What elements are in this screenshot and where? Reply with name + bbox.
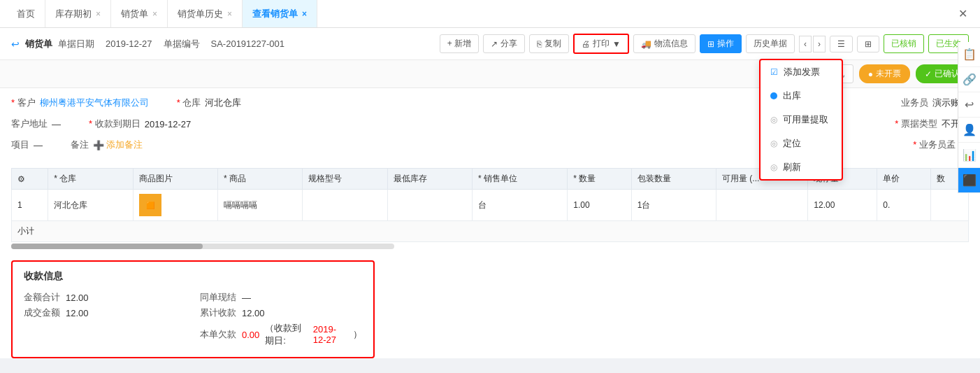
- tab-inventory-close[interactable]: ×: [96, 9, 101, 19]
- dropdown-locate-label: 定位: [783, 137, 801, 150]
- tab-home[interactable]: 首页: [7, 0, 45, 27]
- gear-icon: ⚙: [17, 174, 25, 184]
- add-button[interactable]: + 新增: [440, 34, 479, 53]
- tab-view-sales[interactable]: 查看销货单 ×: [243, 0, 317, 27]
- col-sales-unit: * 销售单位: [472, 169, 567, 190]
- doc-date-value: 2019-12-27: [106, 38, 152, 49]
- cell-available: [716, 190, 808, 221]
- window-close-button[interactable]: ✕: [953, 7, 973, 20]
- print-button[interactable]: 🖨 打印 ▼: [573, 34, 629, 54]
- salesperson-label: 业务员: [901, 97, 928, 109]
- dropdown-refresh-label: 刷新: [783, 161, 801, 174]
- tab-sales-close[interactable]: ×: [152, 9, 157, 19]
- refresh-icon: ◎: [770, 162, 777, 172]
- cell-product-img: 🟧: [133, 190, 217, 221]
- next-button[interactable]: ›: [813, 36, 826, 52]
- sidebar-icon-1[interactable]: 📋: [958, 42, 981, 67]
- table-row: 1 河北仓库 🟧 嗝嗝嗝嗝 台 1.00 1台 12.00 0.: [12, 190, 969, 221]
- view-toggle-grid[interactable]: ⊞: [857, 36, 879, 52]
- doc-date-label: 单据日期: [58, 38, 94, 50]
- customer-label: 客户: [11, 97, 36, 109]
- info-right: 同单现结 — 累计收款 12.00 本单欠款 0.00 （收款到期日: 2019…: [200, 290, 362, 349]
- scrollbar-thumb: [11, 244, 203, 249]
- doc-type-label: 销货单: [25, 38, 52, 50]
- transaction-amount-label: 成交金额: [24, 307, 60, 319]
- payable-note: （收款到期日:: [265, 322, 307, 347]
- payment-info-title: 收款信息: [24, 270, 362, 283]
- circle-icon: ◎: [770, 115, 777, 125]
- same-order-settle-row: 同单现结 —: [200, 290, 362, 305]
- address-label: 客户地址: [11, 118, 48, 130]
- prev-button[interactable]: ‹: [799, 36, 812, 52]
- horizontal-scrollbar[interactable]: [11, 244, 394, 249]
- address-value: —: [52, 119, 61, 129]
- tab-sales-history[interactable]: 销货单历史 ×: [168, 0, 243, 27]
- dropdown-outbound[interactable]: 出库: [761, 84, 842, 108]
- sold-button[interactable]: 已核销: [884, 34, 924, 53]
- cell-warehouse: 河北仓库: [48, 190, 133, 221]
- tab-sales-history-label: 销货单历史: [178, 8, 223, 20]
- copy-icon: ⎘: [537, 39, 542, 49]
- same-order-settle-value: —: [242, 293, 251, 303]
- print-dropdown-icon: ▼: [612, 39, 621, 49]
- history-button[interactable]: 历史单据: [746, 34, 795, 53]
- dropdown-available-qty[interactable]: ◎ 可用量提取: [761, 108, 842, 132]
- copy-button[interactable]: ⎘ 复制: [529, 34, 569, 53]
- tab-view-sales-close[interactable]: ×: [302, 9, 307, 19]
- warehouse-value: 河北仓库: [205, 97, 241, 109]
- col-product: * 商品: [217, 169, 302, 190]
- cumulative-receipt-label: 累计收款: [200, 307, 236, 319]
- current-payable-value: 0.00: [242, 330, 259, 340]
- dropdown-refresh[interactable]: ◎ 刷新: [761, 155, 842, 179]
- tab-sales[interactable]: 销货单 ×: [111, 0, 168, 27]
- tab-sales-history-close[interactable]: ×: [227, 9, 232, 19]
- salesperson2-label: 业务员孟: [913, 139, 956, 151]
- not-open-ticket-button[interactable]: ● 未开票: [859, 64, 910, 83]
- tab-inventory[interactable]: 库存期初 ×: [45, 0, 111, 27]
- tab-home-label: 首页: [17, 8, 35, 20]
- customer-value[interactable]: 柳州粤港平安气体有限公司: [40, 97, 149, 109]
- project-field: 项目 —: [11, 139, 43, 151]
- sidebar-icon-5[interactable]: 📊: [958, 143, 981, 168]
- project-label: 项目: [11, 139, 29, 151]
- sidebar-icon-6[interactable]: ⬛: [958, 168, 981, 193]
- sidebar-icon-4[interactable]: 👤: [958, 118, 981, 143]
- sidebar-icon-3[interactable]: ↩: [958, 92, 981, 118]
- total-amount-label: 金额合计: [24, 291, 60, 304]
- total-amount-row: 金额合计 12.00: [24, 290, 186, 305]
- plus-icon: ➕: [93, 140, 104, 150]
- payment-info-grid: 金额合计 12.00 成交金额 12.00 同单现结 — 累计收款: [24, 290, 362, 349]
- col-product-img: 商品图片: [133, 169, 217, 190]
- col-spec: 规格型号: [303, 169, 387, 190]
- table-subtotal-row: 小计: [12, 221, 969, 242]
- dropdown-locate[interactable]: ◎ 定位: [761, 132, 842, 155]
- view-toggle-list[interactable]: ☰: [830, 36, 853, 52]
- operations-button[interactable]: ⊞ 操作: [700, 34, 742, 53]
- doc-title-section: ↩ 销货单 单据日期 2019-12-27 单据编号 SA-20191227-0…: [11, 38, 428, 50]
- dropdown-available-qty-label: 可用量提取: [783, 113, 828, 126]
- tab-view-sales-label: 查看销货单: [252, 8, 298, 20]
- operations-dropdown: ☑ 添加发票 出库 ◎ 可用量提取 ◎ 定位: [759, 59, 843, 181]
- document-area: ↩ 销货单 单据日期 2019-12-27 单据编号 SA-20191227-0…: [0, 28, 980, 358]
- col-quantity: * 数量: [568, 169, 631, 190]
- cell-pack-qty: 1台: [631, 190, 716, 221]
- share-icon: ↗: [491, 39, 498, 49]
- col-unit-price: 单价: [877, 169, 931, 190]
- payment-info-box: 收款信息 金额合计 12.00 成交金额 12.00 同单现结 —: [11, 260, 375, 358]
- logistics-button[interactable]: 🚚 物流信息: [633, 34, 696, 53]
- tab-inventory-label: 库存期初: [55, 8, 92, 20]
- table-section: ⚙ * 仓库 商品图片 * 商品 规格型号 最低库存 * 销售单位 * 数量 包…: [0, 168, 980, 255]
- main-content: ↩ 销货单 单据日期 2019-12-27 单据编号 SA-20191227-0…: [0, 28, 980, 364]
- dropdown-add-invoice[interactable]: ☑ 添加发票: [761, 60, 842, 84]
- cell-min-stock: [387, 190, 472, 221]
- doc-number-label: 单据编号: [164, 38, 200, 50]
- cumulative-receipt-value: 12.00: [242, 308, 265, 318]
- total-amount-value: 12.00: [66, 293, 89, 303]
- cell-current-stock: 12.00: [808, 190, 877, 221]
- col-pack-qty: 包装数量: [631, 169, 716, 190]
- share-button[interactable]: ↗ 分享: [483, 34, 525, 53]
- add-note-button[interactable]: ➕ 添加备注: [93, 139, 143, 151]
- sidebar-icon-2[interactable]: 🔗: [958, 67, 981, 92]
- cell-product: 嗝嗝嗝嗝: [217, 190, 302, 221]
- tab-sales-label: 销货单: [121, 8, 148, 20]
